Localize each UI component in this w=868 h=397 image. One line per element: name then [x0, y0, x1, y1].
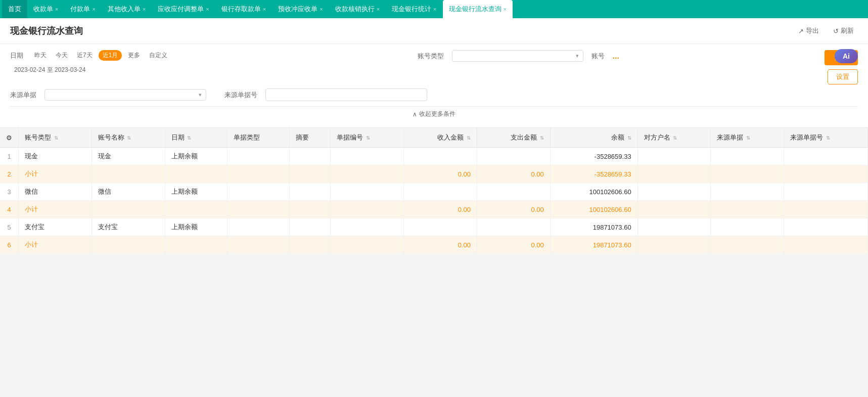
th-doc-no[interactable]: 单据编号 ⇅ — [331, 128, 404, 148]
th-account-type[interactable]: 账号类型 ⇅ — [19, 128, 92, 148]
table-row: 3微信微信上期余额100102606.60 — [0, 183, 868, 201]
th-expense[interactable]: 支出金额 ⇅ — [477, 128, 550, 148]
setting-button[interactable]: 设置 — [828, 69, 858, 84]
cell-balance: -3528659.33 — [550, 148, 637, 165]
th-doc-type[interactable]: 单据类型 — [227, 128, 289, 148]
refresh-icon: ↺ — [833, 27, 839, 35]
sort-icon-balance: ⇅ — [627, 135, 631, 141]
date-btn-yesterday[interactable]: 昨天 — [31, 50, 50, 61]
source-doc-no-input[interactable] — [265, 89, 427, 101]
ai-badge[interactable]: Ai — [835, 49, 858, 63]
date-range-display: 2023-02-24 至 2023-03-24 — [10, 66, 407, 74]
cell-doc-no — [331, 165, 404, 183]
cell-counterpart — [637, 218, 711, 236]
nav-tab-fuk[interactable]: 付款单 × — [64, 0, 101, 18]
close-icon-xjyhls[interactable]: × — [504, 6, 507, 12]
date-shortcuts: 昨天 今天 近7天 近1月 更多 自定义 — [31, 50, 170, 61]
chevron-down-icon: ▾ — [576, 53, 579, 59]
th-date[interactable]: 日期 ⇅ — [165, 128, 227, 148]
th-source-doc[interactable]: 来源单据 ⇅ — [711, 128, 784, 148]
cell-doc-type — [227, 218, 289, 236]
collapse-up-icon: ∧ — [413, 111, 417, 118]
cell-num: 5 — [0, 218, 19, 236]
table-body: 1现金现金上期余额-3528659.332小计0.000.00-3528659.… — [0, 148, 868, 254]
cell-account-name — [92, 201, 165, 218]
cell-counterpart — [637, 201, 711, 218]
date-filter-row: 日期 昨天 今天 近7天 近1月 更多 自定义 — [10, 50, 407, 61]
date-btn-custom[interactable]: 自定义 — [146, 50, 170, 61]
cell-doc-no — [331, 201, 404, 218]
th-account-name[interactable]: 账号名称 ⇅ — [92, 128, 165, 148]
th-balance[interactable]: 余额 ⇅ — [550, 128, 637, 148]
account-label: 账号 — [591, 52, 605, 61]
cell-account-type: 小计 — [19, 236, 92, 254]
close-icon-shkxs[interactable]: × — [377, 6, 380, 12]
cell-account-name: 现金 — [92, 148, 165, 165]
cell-source-doc — [711, 148, 784, 165]
th-balance-label: 余额 — [611, 134, 624, 141]
cell-balance: 19871073.60 — [550, 236, 637, 254]
nav-tab-ysyf[interactable]: 应收应付调整单 × — [152, 0, 215, 18]
refresh-button[interactable]: ↺ 刷新 — [829, 24, 858, 37]
date-btn-7days[interactable]: 近7天 — [74, 50, 96, 61]
date-btn-more[interactable]: 更多 — [125, 50, 143, 61]
chevron-down-icon-2: ▾ — [199, 92, 202, 98]
close-icon-ysyf[interactable]: × — [206, 6, 209, 12]
cell-date: 上期余额 — [165, 218, 227, 236]
cell-num: 6 — [0, 236, 19, 254]
cell-doc-no — [331, 148, 404, 165]
cell-balance: 19871073.60 — [550, 218, 637, 236]
cell-counterpart — [637, 236, 711, 254]
cell-income — [404, 183, 477, 201]
account-type-select[interactable]: ▾ — [452, 50, 583, 62]
cell-account-type: 支付宝 — [19, 218, 92, 236]
filter-mid: 账号类型 ▾ 账号 ... — [418, 50, 815, 67]
date-btn-today[interactable]: 今天 — [53, 50, 71, 61]
th-account-name-label: 账号名称 — [98, 134, 124, 141]
close-icon-yscs[interactable]: × — [319, 6, 323, 12]
cell-doc-type — [227, 201, 289, 218]
account-dots-btn[interactable]: ... — [613, 52, 619, 61]
sort-icon-doc-no: ⇅ — [366, 135, 370, 141]
date-btn-1month[interactable]: 近1月 — [99, 50, 122, 61]
cell-summary — [289, 201, 331, 218]
th-income[interactable]: 收入金额 ⇅ — [404, 128, 477, 148]
cell-income: 0.00 — [404, 201, 477, 218]
th-source-doc-no-label: 来源单据号 — [790, 134, 823, 141]
cell-expense — [477, 218, 550, 236]
cell-expense: 0.00 — [477, 165, 550, 183]
source-doc-row: 来源单据 ▾ 来源单据号 — [10, 89, 858, 101]
source-doc-select[interactable]: ▾ — [44, 89, 206, 101]
sort-icon-income: ⇅ — [467, 135, 471, 141]
cell-date — [165, 236, 227, 254]
export-button[interactable]: ↗ 导出 — [794, 24, 823, 37]
nav-home[interactable]: 首页 — [2, 0, 27, 18]
table-container: ⚙ 账号类型 ⇅ 账号名称 ⇅ 日期 ⇅ 单据类型 摘要 — [0, 128, 868, 254]
th-summary[interactable]: 摘要 — [289, 128, 331, 148]
th-expense-label: 支出金额 — [511, 134, 537, 141]
close-icon-shk[interactable]: × — [55, 6, 58, 12]
nav-tab-xjyhtj[interactable]: 现金银行统计 × — [386, 0, 442, 18]
sort-icon-counterpart: ⇅ — [673, 135, 677, 141]
close-icon-xjyhtj[interactable]: × — [433, 6, 436, 12]
table-header-row: ⚙ 账号类型 ⇅ 账号名称 ⇅ 日期 ⇅ 单据类型 摘要 — [0, 128, 868, 148]
th-source-doc-no[interactable]: 来源单据号 ⇅ — [784, 128, 868, 148]
cell-doc-no — [331, 218, 404, 236]
th-counterpart[interactable]: 对方户名 ⇅ — [637, 128, 711, 148]
close-icon-fuk[interactable]: × — [92, 6, 95, 12]
cell-account-type: 现金 — [19, 148, 92, 165]
cell-num: 3 — [0, 183, 19, 201]
nav-tab-qtsr[interactable]: 其他收入单 × — [102, 0, 152, 18]
nav-tab-shk[interactable]: 收款单 × — [27, 0, 64, 18]
nav-tab-yscs[interactable]: 预收冲应收单 × — [272, 0, 329, 18]
cell-source-doc — [711, 165, 784, 183]
close-icon-qtsr[interactable]: × — [143, 6, 146, 12]
collapse-bar[interactable]: ∧ 收起更多条件 — [10, 106, 858, 121]
nav-tab-shkxs[interactable]: 收款核销执行 × — [329, 0, 386, 18]
cell-source-doc-no — [784, 148, 868, 165]
nav-tab-xjyhls[interactable]: 现金银行流水查询 × — [443, 0, 513, 18]
cell-account-name: 支付宝 — [92, 218, 165, 236]
close-icon-yhcq[interactable]: × — [263, 6, 266, 12]
th-config[interactable]: ⚙ — [0, 128, 19, 148]
nav-tab-yhcq[interactable]: 银行存取款单 × — [215, 0, 272, 18]
